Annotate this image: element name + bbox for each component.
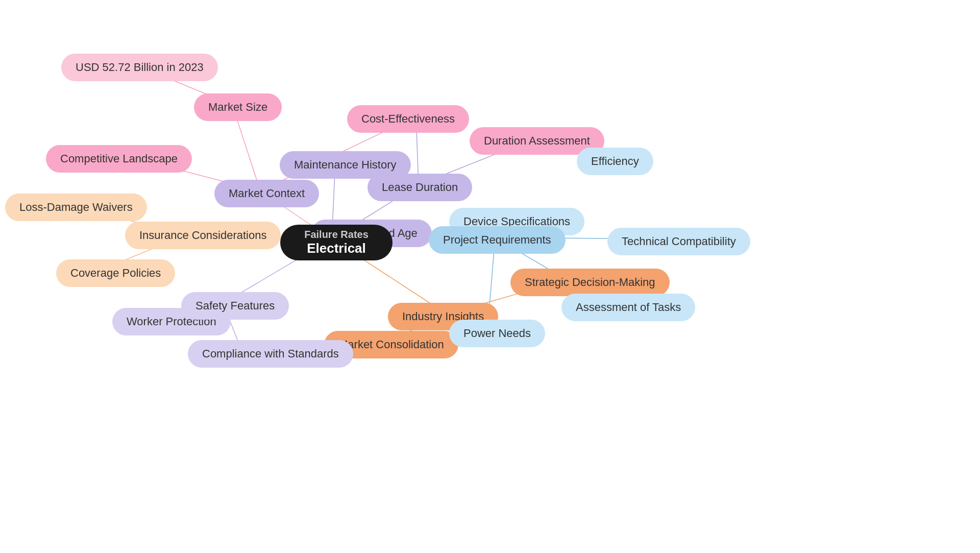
coverage-policies-label: Coverage Policies xyxy=(70,267,161,280)
center-node[interactable]: Failure Rates Electrical xyxy=(280,225,393,260)
maintenance-history-label: Maintenance History xyxy=(294,158,397,172)
loss-damage-node[interactable]: Loss-Damage Waivers xyxy=(5,194,147,221)
competitive-landscape-node[interactable]: Competitive Landscape xyxy=(46,145,192,173)
cost-effectiveness-label: Cost-Effectiveness xyxy=(361,112,455,126)
assessment-tasks-node[interactable]: Assessment of Tasks xyxy=(561,294,695,321)
insurance-considerations-label: Insurance Considerations xyxy=(139,229,266,242)
power-needs-label: Power Needs xyxy=(463,327,531,340)
lease-duration-node[interactable]: Lease Duration xyxy=(368,174,472,201)
duration-assessment-label: Duration Assessment xyxy=(484,134,590,148)
insurance-considerations-node[interactable]: Insurance Considerations xyxy=(125,222,281,249)
cost-effectiveness-node[interactable]: Cost-Effectiveness xyxy=(347,105,469,133)
strategic-decision-label: Strategic Decision-Making xyxy=(525,276,655,289)
strategic-decision-node[interactable]: Strategic Decision-Making xyxy=(510,269,670,296)
market-consolidation-label: Market Consolidation xyxy=(338,338,444,351)
center-sublabel: Failure Rates xyxy=(304,229,369,241)
technical-compatibility-node[interactable]: Technical Compatibility xyxy=(607,228,750,255)
assessment-tasks-label: Assessment of Tasks xyxy=(576,301,681,314)
efficiency-label: Efficiency xyxy=(591,155,639,168)
safety-features-node[interactable]: Safety Features xyxy=(181,292,289,320)
project-requirements-label: Project Requirements xyxy=(443,233,551,247)
lease-duration-label: Lease Duration xyxy=(382,181,458,194)
market-context-label: Market Context xyxy=(229,187,305,200)
market-size-node[interactable]: Market Size xyxy=(194,93,282,121)
coverage-policies-node[interactable]: Coverage Policies xyxy=(56,259,175,287)
safety-features-label: Safety Features xyxy=(195,299,275,312)
market-context-node[interactable]: Market Context xyxy=(214,180,319,207)
efficiency-node[interactable]: Efficiency xyxy=(577,148,653,175)
center-label: Electrical xyxy=(304,241,369,256)
technical-compatibility-label: Technical Compatibility xyxy=(622,235,736,248)
compliance-standards-node[interactable]: Compliance with Standards xyxy=(188,340,353,368)
loss-damage-label: Loss-Damage Waivers xyxy=(19,201,133,214)
competitive-landscape-label: Competitive Landscape xyxy=(60,152,178,165)
usd-node[interactable]: USD 52.72 Billion in 2023 xyxy=(61,54,218,81)
compliance-standards-label: Compliance with Standards xyxy=(202,347,339,360)
market-size-label: Market Size xyxy=(208,101,267,114)
usd-label: USD 52.72 Billion in 2023 xyxy=(76,61,204,74)
power-needs-node[interactable]: Power Needs xyxy=(449,320,545,347)
project-requirements-node[interactable]: Project Requirements xyxy=(429,226,566,254)
